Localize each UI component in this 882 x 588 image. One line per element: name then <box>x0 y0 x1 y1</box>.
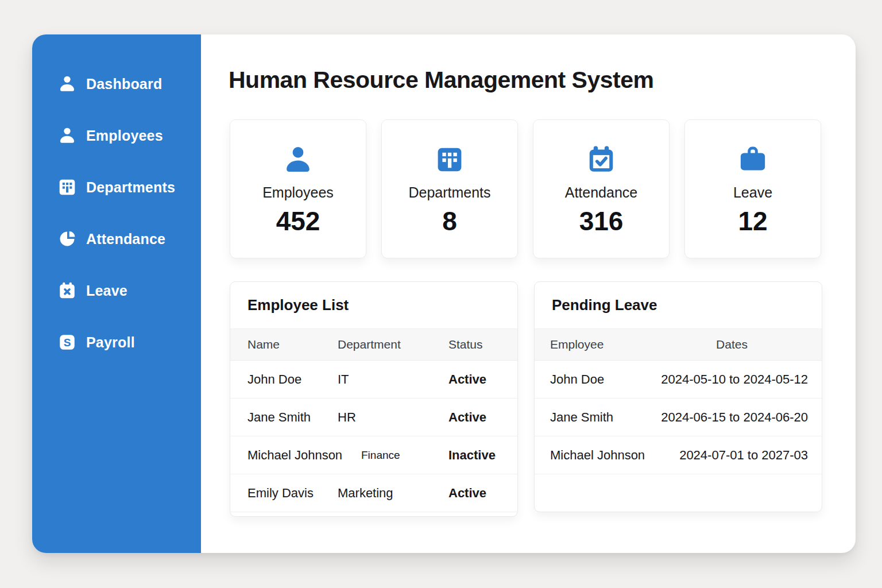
column-header-dates: Dates <box>642 338 822 351</box>
stat-value: 12 <box>738 206 767 237</box>
employee-name: Michael Johnson <box>230 448 338 463</box>
leave-dates: 2024-07-01 to 2027-03 <box>642 448 822 463</box>
app-window: Dashboard Employees Departments Attendan… <box>32 34 856 553</box>
status-badge: Inactive <box>448 448 517 463</box>
column-header-status: Status <box>448 338 517 351</box>
table-row: John Doe IT Active <box>230 361 517 399</box>
calendar-x-icon <box>57 281 77 300</box>
stat-card-leave: Leave 12 <box>684 119 821 258</box>
status-badge: Active <box>448 410 517 425</box>
briefcase-icon <box>737 142 768 177</box>
sidebar-item-employees[interactable]: Employees <box>32 110 201 161</box>
sidebar-item-label: Payroll <box>86 334 135 351</box>
stat-card-departments: Departments 8 <box>381 119 518 258</box>
pending-leave-card: Pending Leave Employee Dates John Doe 20… <box>534 281 822 512</box>
building-icon <box>57 177 77 197</box>
employee-list-header: Name Department Status <box>230 329 517 361</box>
person-icon <box>57 126 77 145</box>
table-row: John Doe 2024-05-10 to 2024-05-12 <box>535 361 822 399</box>
stat-value: 316 <box>579 206 624 237</box>
table-row: Jane Smith 2024-06-15 to 2024-06-20 <box>535 399 822 436</box>
sidebar-item-label: Attendance <box>86 231 165 247</box>
pending-leave-title: Pending Leave <box>535 282 822 329</box>
leave-dates: 2024-06-15 to 2024-06-20 <box>642 410 822 425</box>
person-icon <box>57 74 77 94</box>
sidebar-item-departments[interactable]: Departments <box>32 161 201 213</box>
svg-text:S: S <box>64 336 71 349</box>
leave-dates: 2024-05-10 to 2024-05-12 <box>642 372 822 387</box>
page-title: Human Resource Management System <box>229 67 653 94</box>
stat-value: 8 <box>442 206 457 237</box>
table-row: Michael Johnson 2024-07-01 to 2027-03 <box>535 436 822 474</box>
pie-chart-icon <box>57 229 77 249</box>
sidebar-item-attendance[interactable]: Attendance <box>32 213 201 265</box>
employee-list-card: Employee List Name Department Status Joh… <box>230 281 518 517</box>
sidebar-item-label: Employees <box>86 127 163 144</box>
stat-card-attendance: Attendance 316 <box>533 119 670 258</box>
dollar-square-icon: S <box>57 332 77 352</box>
stat-label: Attendance <box>565 184 638 201</box>
stat-label: Employees <box>262 184 334 201</box>
sidebar-item-payroll[interactable]: S Payroll <box>32 316 201 368</box>
status-badge: Active <box>448 486 517 501</box>
employee-department: HR <box>338 410 448 425</box>
stat-card-employees: Employees 452 <box>230 119 366 258</box>
table-row: Jane Smith HR Active <box>230 399 517 436</box>
stat-label: Departments <box>408 184 490 201</box>
status-badge: Active <box>448 372 517 387</box>
sidebar-item-label: Leave <box>86 283 127 299</box>
leave-employee: John Doe <box>535 372 642 387</box>
leave-employee: Michael Johnson <box>535 448 642 463</box>
sidebar-item-dashboard[interactable]: Dashboard <box>32 58 201 110</box>
main-content: Human Resource Management System Employe… <box>201 34 856 553</box>
stats-row: Employees 452 Departments 8 Attendance 3… <box>230 119 821 258</box>
employee-department: Finance <box>338 449 448 462</box>
employee-name: Emily Davis <box>230 486 338 501</box>
table-row: Michael Johnson Finance Inactive <box>230 436 517 474</box>
person-icon <box>282 142 314 177</box>
column-header-department: Department <box>338 338 448 351</box>
pending-leave-header: Employee Dates <box>535 329 822 361</box>
column-header-name: Name <box>230 338 338 351</box>
table-row: Emily Davis Marketing Active <box>230 474 517 512</box>
sidebar: Dashboard Employees Departments Attendan… <box>32 34 201 553</box>
employee-name: John Doe <box>230 372 338 387</box>
sidebar-item-leave[interactable]: Leave <box>32 265 201 316</box>
column-header-employee: Employee <box>535 338 642 351</box>
building-icon <box>435 142 465 177</box>
calendar-check-icon <box>586 142 617 177</box>
stat-value: 452 <box>276 206 320 237</box>
sidebar-item-label: Dashboard <box>86 76 162 92</box>
stat-label: Leave <box>733 184 772 201</box>
employee-department: Marketing <box>338 486 448 501</box>
employee-department: IT <box>338 372 448 387</box>
employee-list-title: Employee List <box>230 282 517 329</box>
leave-employee: Jane Smith <box>535 410 642 425</box>
employee-name: Jane Smith <box>230 410 338 425</box>
sidebar-item-label: Departments <box>86 179 175 196</box>
